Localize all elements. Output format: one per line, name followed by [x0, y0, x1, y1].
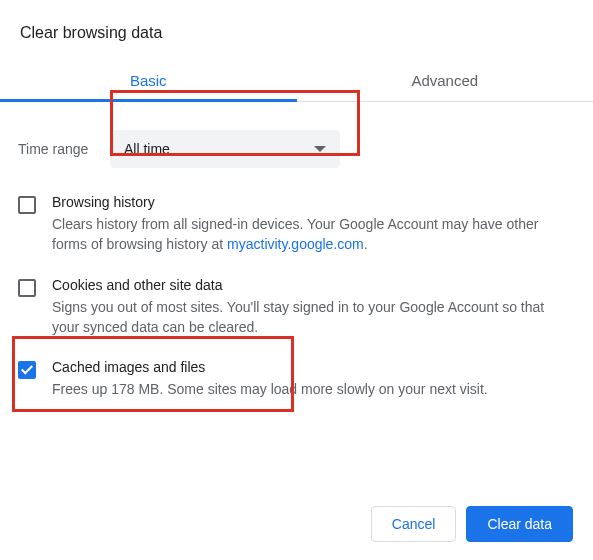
tab-advanced[interactable]: Advanced [297, 60, 594, 101]
chevron-down-icon [314, 146, 326, 152]
option-desc: Frees up 178 MB. Some sites may load mor… [52, 379, 488, 399]
time-range-label: Time range [18, 141, 96, 157]
checkbox-cookies[interactable] [18, 279, 36, 297]
option-cookies: Cookies and other site data Signs you ou… [18, 277, 575, 338]
time-range-value: All time [124, 141, 170, 157]
checkbox-cache[interactable] [18, 361, 36, 379]
option-cache: Cached images and files Frees up 178 MB.… [18, 359, 575, 399]
option-desc: Signs you out of most sites. You'll stay… [52, 297, 575, 338]
dialog-title: Clear browsing data [20, 24, 575, 42]
checkbox-browsing-history[interactable] [18, 196, 36, 214]
option-title: Cookies and other site data [52, 277, 575, 293]
myactivity-link[interactable]: myactivity.google.com [227, 236, 364, 252]
time-range-select[interactable]: All time [110, 130, 340, 168]
option-title: Browsing history [52, 194, 575, 210]
tabs: Basic Advanced [0, 60, 593, 102]
option-browsing-history: Browsing history Clears history from all… [18, 194, 575, 255]
cancel-button[interactable]: Cancel [371, 506, 457, 542]
tab-basic[interactable]: Basic [0, 60, 297, 101]
clear-data-button[interactable]: Clear data [466, 506, 573, 542]
dialog-footer: Cancel Clear data [371, 506, 573, 542]
option-desc: Clears history from all signed-in device… [52, 214, 575, 255]
option-title: Cached images and files [52, 359, 488, 375]
